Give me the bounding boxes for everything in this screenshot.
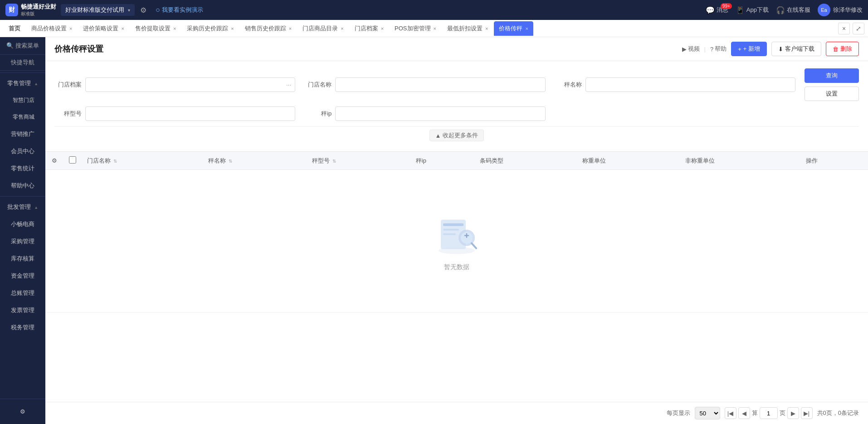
tab-min-discount-close[interactable]: × — [485, 26, 488, 31]
online-service-btn[interactable]: 🎧 在线客服 — [776, 6, 810, 14]
sidebar-settings-btn[interactable]: ⚙ — [5, 404, 41, 419]
th-scale-ip: 秤ip — [410, 152, 474, 170]
query-label: 查询 — [826, 72, 838, 80]
tab-store-profile[interactable]: 门店档案 × — [350, 21, 389, 36]
tab-purchase-history[interactable]: 采购历史价跟踪 × — [182, 21, 239, 36]
tab-min-discount[interactable]: 最低折扣设置 × — [442, 21, 493, 36]
setting-button[interactable]: 设置 — [805, 87, 859, 101]
tab-sale-price[interactable]: 售价提取设置 × — [130, 21, 181, 36]
th-settings[interactable]: ⚙ — [45, 152, 63, 170]
tab-store-catalog-close[interactable]: × — [341, 26, 343, 31]
sidebar-item-invoice[interactable]: 发票管理 — [0, 302, 45, 319]
tab-purchase-history-label: 采购历史价跟踪 — [187, 24, 228, 33]
sidebar-item-retail-mall[interactable]: 零售商城 — [0, 109, 45, 125]
sidebar-item-retail-stats[interactable]: 零售统计 — [0, 160, 45, 177]
download-button[interactable]: ⬇ 客户端下载 — [771, 42, 821, 56]
tab-expand-btn[interactable]: ⤢ — [853, 23, 864, 34]
tab-price-setting-close[interactable]: × — [69, 26, 72, 31]
help-link[interactable]: ? 帮助 — [710, 45, 727, 53]
sidebar-nav[interactable]: 快捷导航 — [0, 55, 45, 71]
logo-char: 财 — [9, 6, 15, 14]
tab-purchase-strategy[interactable]: 进价策略设置 × — [78, 21, 129, 36]
tab-pos-management[interactable]: POS加密管理 × — [390, 21, 441, 36]
selector-label: 好业财标准版交付试用 — [65, 6, 124, 14]
demo-link[interactable]: ○ 我要看实例演示 — [156, 6, 203, 14]
user-name: 徐泽华修改 — [833, 6, 863, 14]
th-scale-ip-label: 秤ip — [416, 157, 426, 164]
th-store-name-sort[interactable]: ⇅ — [113, 159, 117, 164]
scale-model-input[interactable] — [85, 106, 295, 121]
user-area[interactable]: Ea 徐泽华修改 — [818, 4, 863, 16]
sidebar-item-smart-store-label: 智慧门店 — [13, 97, 34, 103]
app-download-btn[interactable]: 📱 App下载 — [736, 6, 769, 14]
add-button[interactable]: + + 新增 — [731, 42, 767, 56]
th-scale-name-sort[interactable]: ⇅ — [229, 159, 232, 164]
tab-price-setting[interactable]: 商品价格设置 × — [26, 21, 77, 36]
sidebar-item-general-ledger-label: 总账管理 — [11, 289, 34, 296]
per-page-select[interactable]: 10 20 50 100 — [695, 407, 720, 419]
th-weight-unit-label: 称重单位 — [582, 157, 606, 164]
message-btn[interactable]: 💬 消息 99+ — [706, 6, 728, 14]
sidebar-item-purchase[interactable]: 采购管理 — [0, 233, 45, 250]
store-profile-more-icon[interactable]: ··· — [286, 81, 292, 88]
tab-store-catalog[interactable]: 门店商品目录 × — [297, 21, 348, 36]
th-scale-name: 秤名称 ⇅ — [203, 152, 307, 170]
sidebar-item-inventory[interactable]: 库存核算 — [0, 250, 45, 267]
tab-store-catalog-label: 门店商品目录 — [302, 24, 338, 33]
store-profile-input[interactable] — [89, 82, 286, 88]
last-page-btn[interactable]: ▶| — [801, 407, 813, 419]
tab-home[interactable]: 首页 — [4, 21, 25, 36]
tab-sale-history[interactable]: 销售历史价跟踪 × — [240, 21, 297, 36]
next-page-btn[interactable]: ▶ — [787, 407, 799, 419]
setting-label: 设置 — [826, 90, 838, 98]
tab-store-profile-close[interactable]: × — [381, 26, 384, 31]
sidebar-search[interactable]: 🔍 搜索菜单 — [0, 37, 45, 55]
tab-close-btn[interactable]: × — [838, 23, 850, 34]
tab-price-scale[interactable]: 价格传秤 × — [494, 21, 533, 36]
sidebar-item-member[interactable]: 会员中心 — [0, 143, 45, 160]
user-initials: Ea — [821, 7, 827, 13]
page-input[interactable]: 1 — [760, 407, 778, 419]
store-profile-input-wrapper[interactable]: ··· — [85, 77, 295, 92]
tab-pos-management-label: POS加密管理 — [395, 24, 430, 33]
sidebar-item-wholesale[interactable]: 批发管理 — [0, 198, 45, 216]
prev-page-btn[interactable]: ◀ — [738, 407, 750, 419]
th-scale-model-sort[interactable]: ⇅ — [332, 159, 336, 164]
delete-button[interactable]: 🗑 删除 — [826, 42, 859, 56]
sidebar-item-retail-mgmt[interactable]: 零售管理 — [0, 75, 45, 92]
sidebar-divider-1 — [0, 72, 45, 73]
add-icon: + — [738, 46, 741, 53]
select-all-checkbox[interactable] — [69, 156, 76, 164]
th-store-name: 门店名称 ⇅ — [82, 152, 203, 170]
th-scale-model-label: 秤型号 — [312, 157, 330, 164]
sidebar-item-finance[interactable]: 资金管理 — [0, 267, 45, 284]
sidebar-item-general-ledger[interactable]: 总账管理 — [0, 284, 45, 302]
first-page-btn[interactable]: |◀ — [725, 407, 736, 419]
th-weight-unit: 称重单位 — [577, 152, 680, 170]
sidebar-item-marketing[interactable]: 营销推广 — [0, 125, 45, 143]
scale-name-input[interactable] — [585, 77, 795, 92]
sidebar-item-tax[interactable]: 税务管理 — [0, 319, 45, 336]
store-name-input[interactable] — [335, 77, 545, 92]
sidebar-item-help[interactable]: 帮助中心 — [0, 177, 45, 194]
scale-ip-input[interactable] — [335, 106, 545, 121]
sidebar-divider-2 — [0, 196, 45, 197]
tab-price-scale-close[interactable]: × — [525, 26, 528, 31]
th-checkbox[interactable] — [63, 152, 82, 170]
store-name-label: 门店名称 — [304, 81, 332, 89]
collapse-btn[interactable]: ▲ 收起更多条件 — [429, 130, 484, 141]
query-button[interactable]: 查询 — [805, 68, 859, 83]
version-selector[interactable]: 好业财标准版交付试用 ▾ — [61, 4, 135, 16]
empty-cell: 暂无数据 — [45, 170, 868, 313]
tab-sale-price-close[interactable]: × — [173, 26, 176, 31]
tab-purchase-history-close[interactable]: × — [231, 26, 234, 31]
sidebar-item-smart-store[interactable]: 智慧门店 — [0, 92, 45, 109]
header-right: 💬 消息 99+ 📱 App下载 🎧 在线客服 Ea 徐泽华修改 — [706, 4, 863, 16]
tab-pos-management-close[interactable]: × — [434, 26, 436, 31]
tab-purchase-strategy-close[interactable]: × — [121, 26, 124, 31]
selector-settings-icon[interactable]: ⚙ — [137, 3, 150, 17]
data-table: ⚙ 门店名称 ⇅ 秤名称 ⇅ — [45, 152, 868, 313]
tab-sale-history-close[interactable]: × — [289, 26, 292, 31]
sidebar-item-ecommerce[interactable]: 小畅电商 — [0, 216, 45, 233]
video-link[interactable]: ▶ 视频 — [682, 45, 700, 53]
